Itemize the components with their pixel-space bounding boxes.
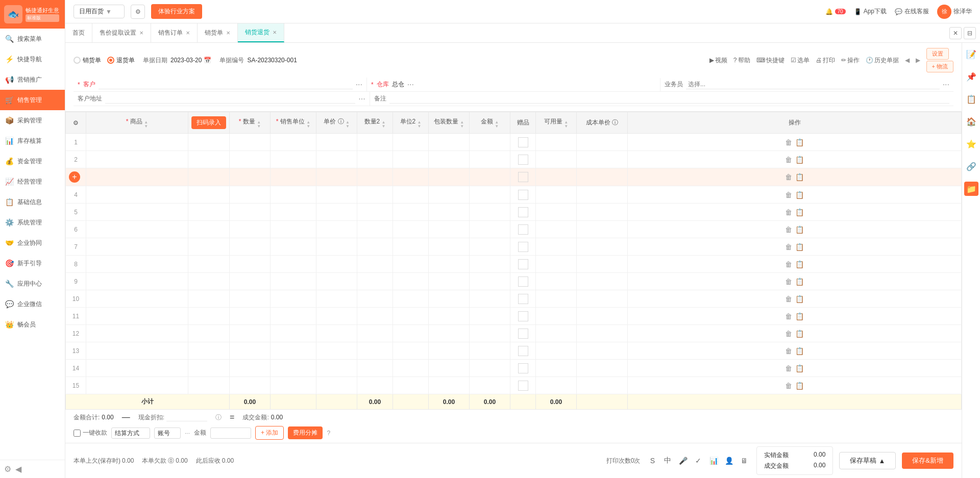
customer-input[interactable] bbox=[99, 80, 353, 89]
pack-cell-6[interactable] bbox=[429, 221, 470, 238]
gift-cell-10[interactable] bbox=[510, 290, 536, 308]
delete-row-1[interactable]: 🗑 bbox=[785, 138, 792, 146]
customer-lookup-icon[interactable]: ··· bbox=[356, 80, 362, 89]
qty-cell-8[interactable] bbox=[230, 256, 271, 273]
copy-row-1[interactable]: 📋 bbox=[795, 138, 804, 146]
payment-amount-input[interactable] bbox=[210, 427, 251, 439]
notification-bell[interactable]: 🔔 70 bbox=[825, 8, 846, 15]
avail-cell-14[interactable] bbox=[536, 360, 577, 377]
sunit-cell-13[interactable] bbox=[271, 342, 316, 360]
sunit-cell-10[interactable] bbox=[271, 290, 316, 308]
sidebar-collapse-icon[interactable]: ◀ bbox=[15, 464, 21, 474]
sidebar-item-search[interactable]: 🔍 搜索菜单 bbox=[0, 29, 65, 49]
qty-cell-2[interactable] bbox=[230, 151, 271, 168]
delete-row-11[interactable]: 🗑 bbox=[785, 312, 792, 320]
account-select[interactable]: 账号 bbox=[154, 427, 181, 439]
calendar-icon[interactable]: 📅 bbox=[204, 57, 211, 64]
help-action[interactable]: ? 帮助 bbox=[733, 56, 750, 65]
tab-home[interactable]: 首页 bbox=[65, 23, 92, 42]
add-payment-button[interactable]: + 添加 bbox=[255, 426, 284, 440]
gift-cell-7[interactable] bbox=[510, 238, 536, 256]
fee-help-icon[interactable]: ? bbox=[327, 430, 330, 437]
shortcut-action[interactable]: ⌨ 快捷键 bbox=[756, 56, 785, 65]
save-draft-button[interactable]: 保存草稿 ▲ bbox=[839, 452, 896, 469]
unit2-cell-15[interactable] bbox=[393, 377, 429, 394]
product-input-6[interactable] bbox=[89, 226, 185, 233]
sunit-cell-6[interactable] bbox=[271, 221, 316, 238]
online-service-link[interactable]: 💬 在线客服 bbox=[895, 7, 929, 16]
save-new-button[interactable]: 保存&新增 bbox=[902, 452, 953, 469]
warehouse-lookup-icon[interactable]: ··· bbox=[407, 80, 414, 89]
tab-sales-order-close[interactable]: ✕ bbox=[186, 30, 190, 36]
cost-cell-8[interactable] bbox=[577, 256, 628, 273]
gift-checkbox-9[interactable] bbox=[518, 276, 528, 287]
qty2-cell-2[interactable] bbox=[357, 151, 393, 168]
qty2-cell-1[interactable] bbox=[357, 134, 393, 151]
sunit-cell-5[interactable] bbox=[271, 204, 316, 221]
gift-checkbox-11[interactable] bbox=[518, 311, 528, 321]
right-panel-btn-7[interactable]: 📁 bbox=[964, 182, 978, 196]
cost-cell-11[interactable] bbox=[577, 308, 628, 325]
qty2-cell-4[interactable] bbox=[357, 186, 393, 204]
sunit-cell-7[interactable] bbox=[271, 238, 316, 256]
qty2-cell-15[interactable] bbox=[357, 377, 393, 394]
avail-cell-12[interactable] bbox=[536, 325, 577, 342]
unit2-cell-12[interactable] bbox=[393, 325, 429, 342]
address-lookup-icon[interactable]: ··· bbox=[358, 94, 365, 104]
select-action[interactable]: ☑ 选单 bbox=[791, 56, 810, 65]
cost-cell-5[interactable] bbox=[577, 204, 628, 221]
sidebar-item-basic[interactable]: 📋 基础信息 bbox=[0, 192, 65, 212]
industry-select[interactable]: 日用百货 ▼ bbox=[74, 5, 125, 18]
qty-cell-14[interactable] bbox=[230, 360, 271, 377]
sunit-cell-3[interactable] bbox=[271, 168, 316, 186]
price-cell-7[interactable] bbox=[316, 238, 357, 256]
settings-form-btn[interactable]: 设置 bbox=[926, 48, 949, 60]
qty2-cell-8[interactable] bbox=[357, 256, 393, 273]
sidebar-item-shortcut[interactable]: ⚡ 快捷导航 bbox=[0, 49, 65, 69]
gift-cell-14[interactable] bbox=[510, 360, 536, 377]
product-cell-5[interactable] bbox=[86, 204, 188, 221]
sunit-cell-2[interactable] bbox=[271, 151, 316, 168]
unit2-cell-8[interactable] bbox=[393, 256, 429, 273]
amount-cell-13[interactable] bbox=[470, 342, 510, 360]
gift-cell-9[interactable] bbox=[510, 273, 536, 290]
gift-cell-5[interactable] bbox=[510, 204, 536, 221]
bottom-icon-2[interactable]: 中 bbox=[662, 455, 674, 467]
gift-checkbox-8[interactable] bbox=[518, 259, 528, 269]
product-input-7[interactable] bbox=[89, 243, 185, 250]
amount-cell-12[interactable] bbox=[470, 325, 510, 342]
amount-cell-6[interactable] bbox=[470, 221, 510, 238]
cost-cell-15[interactable] bbox=[577, 377, 628, 394]
product-input-4[interactable] bbox=[89, 191, 185, 198]
product-input-3[interactable] bbox=[89, 173, 185, 181]
amount-cell-14[interactable] bbox=[470, 360, 510, 377]
gift-cell-1[interactable] bbox=[510, 134, 536, 151]
copy-row-9[interactable]: 📋 bbox=[795, 278, 804, 286]
sidebar-settings-icon[interactable]: ⚙ bbox=[4, 464, 11, 474]
unit2-cell-4[interactable] bbox=[393, 186, 429, 204]
price-cell-10[interactable] bbox=[316, 290, 357, 308]
bottom-icon-7[interactable]: 🖥 bbox=[738, 455, 750, 467]
gift-checkbox-5[interactable] bbox=[518, 207, 528, 217]
pack-cell-14[interactable] bbox=[429, 360, 470, 377]
cost-cell-3[interactable] bbox=[577, 168, 628, 186]
delete-row-7[interactable]: 🗑 bbox=[785, 243, 792, 251]
avail-cell-4[interactable] bbox=[536, 186, 577, 204]
price-cell-12[interactable] bbox=[316, 325, 357, 342]
gift-checkbox-1[interactable] bbox=[518, 137, 528, 147]
staff-input[interactable] bbox=[686, 80, 940, 89]
bottom-icon-3[interactable]: 🎤 bbox=[677, 455, 689, 467]
amount-cell-10[interactable] bbox=[470, 290, 510, 308]
qty2-cell-7[interactable] bbox=[357, 238, 393, 256]
avail-cell-9[interactable] bbox=[536, 273, 577, 290]
qty-cell-12[interactable] bbox=[230, 325, 271, 342]
cost-cell-12[interactable] bbox=[577, 325, 628, 342]
sidebar-item-enterprise[interactable]: 🤝 企业协同 bbox=[0, 233, 65, 253]
delete-row-13[interactable]: 🗑 bbox=[785, 347, 792, 355]
unit2-cell-5[interactable] bbox=[393, 204, 429, 221]
tab-sales-delivery-close[interactable]: ✕ bbox=[226, 30, 230, 36]
copy-row-10[interactable]: 📋 bbox=[795, 295, 804, 303]
product-cell-11[interactable] bbox=[86, 308, 188, 325]
product-cell-1[interactable] bbox=[86, 134, 188, 151]
amount-cell-7[interactable] bbox=[470, 238, 510, 256]
